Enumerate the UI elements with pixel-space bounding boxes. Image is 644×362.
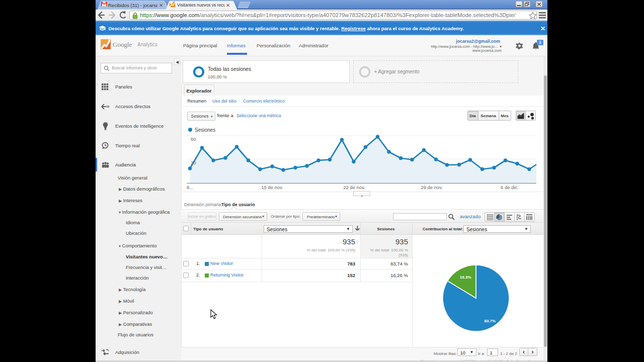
svg-text:15 de nov.: 15 de nov. [261,185,283,190]
svg-text:83.7%: 83.7% [485,319,496,323]
svg-text:30: 30 [191,160,196,165]
svg-text:16.3%: 16.3% [460,275,471,280]
svg-text:60: 60 [191,136,196,142]
svg-text:29 de nov.: 29 de nov. [421,185,443,190]
svg-text:22 de nov.: 22 de nov. [343,185,365,190]
svg-text:8...: 8... [187,185,193,190]
svg-text:6 de dic.: 6 de dic. [501,185,519,190]
